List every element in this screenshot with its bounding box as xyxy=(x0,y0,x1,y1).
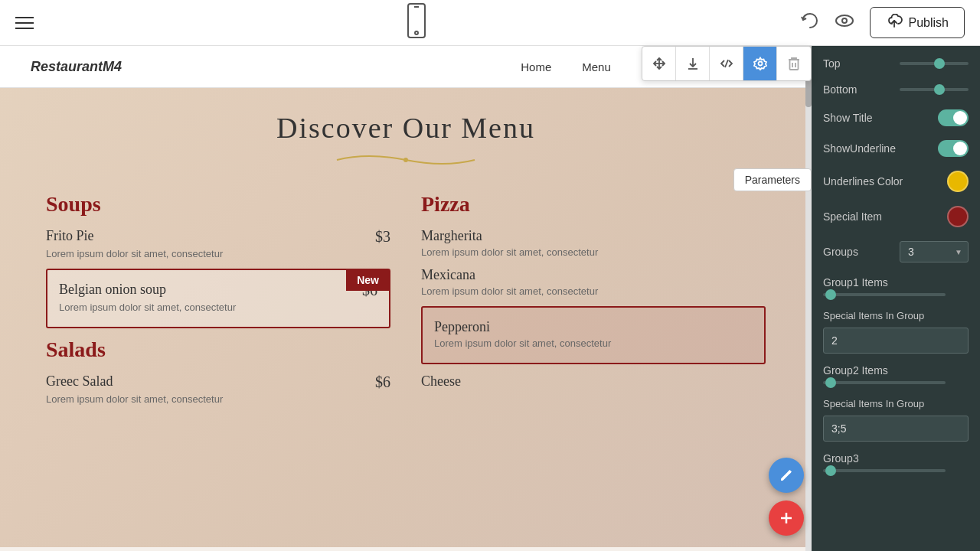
settings-section: Top Bottom Show Title S xyxy=(812,46,980,497)
svg-line-11 xyxy=(725,60,728,67)
settings-label-group2: Group2 Items xyxy=(823,364,888,377)
menu-item-row: Greec Salad $6 xyxy=(46,373,390,391)
publish-label: Publish xyxy=(909,16,949,30)
parameters-label: Parameters xyxy=(745,174,800,186)
toolbar-code[interactable] xyxy=(710,47,743,80)
scrollbar-track[interactable] xyxy=(805,46,812,551)
group2-special-input[interactable] xyxy=(823,416,969,442)
settings-row-top: Top xyxy=(823,57,969,70)
svg-rect-13 xyxy=(790,60,799,70)
group1-special-input[interactable] xyxy=(823,328,969,354)
slider-group2[interactable] xyxy=(823,381,946,384)
toolbar-delete[interactable] xyxy=(777,47,811,80)
item-name: Margherita xyxy=(421,228,766,244)
menu-col-right: Pizza Margherita Lorem ipsum dolor sit a… xyxy=(421,192,766,414)
svg-point-4 xyxy=(842,18,847,23)
item-desc: Lorem ipsum dolor sit amet, consectetur xyxy=(46,248,390,259)
toggle-show-title[interactable] xyxy=(938,109,969,126)
menu-columns: Soups Frito Pie $3 Lorem ipsum dolor sit… xyxy=(46,192,766,414)
menu-item-row: Belgian onion soup $6 xyxy=(59,282,377,299)
slider-top[interactable] xyxy=(900,62,969,65)
group1-special-label: Special Items In Group xyxy=(823,310,969,321)
toggle-knob-show-title xyxy=(953,111,967,125)
nav-home[interactable]: Home xyxy=(521,60,551,73)
slider-bottom[interactable] xyxy=(900,88,969,91)
slider-group3[interactable] xyxy=(823,469,946,472)
special-item-box: Pepperoni Lorem ipsum dolor sit amet, co… xyxy=(421,306,766,364)
nav-menu[interactable]: Menu xyxy=(582,60,611,73)
settings-label-groups: Groups xyxy=(823,246,858,258)
menu-item-row: Frito Pie $3 xyxy=(46,228,390,246)
parameters-button[interactable]: Parameters xyxy=(733,168,812,191)
settings-label-group3: Group3 xyxy=(823,452,859,465)
menu-item: Margherita Lorem ipsum dolor sit amet, c… xyxy=(421,228,766,258)
element-toolbar xyxy=(642,46,812,81)
color-swatch-underlines[interactable] xyxy=(947,171,969,192)
settings-label-group1: Group1 Items xyxy=(823,276,888,289)
settings-row-group3: Group3 xyxy=(823,452,969,472)
item-name: Cheese xyxy=(421,373,766,390)
top-bar-center xyxy=(406,2,427,44)
publish-button[interactable]: Publish xyxy=(870,7,965,38)
hamburger-icon[interactable] xyxy=(15,17,34,29)
slider-group1[interactable] xyxy=(823,293,946,296)
top-bar-right: Publish xyxy=(799,7,965,38)
dropdown-wrapper-groups: 3 1 2 4 5 ▼ xyxy=(900,241,969,262)
fab-area xyxy=(769,458,804,536)
special-item-box: New Belgian onion soup $6 Lorem ipsum do… xyxy=(46,269,390,328)
item-desc: Lorem ipsum dolor sit amet, consectetur xyxy=(434,337,753,349)
preview-icon[interactable] xyxy=(835,11,854,35)
phone-icon xyxy=(406,2,427,44)
dropdown-groups[interactable]: 3 1 2 4 5 xyxy=(900,241,969,262)
settings-row-groups: Groups 3 1 2 4 5 ▼ xyxy=(823,241,969,262)
item-desc: Lorem ipsum dolor sit amet, consectetur xyxy=(421,285,766,297)
svg-point-6 xyxy=(403,158,408,162)
toggle-knob-show-underline xyxy=(953,142,967,155)
site-logo: RestaurantM4 xyxy=(31,59,122,75)
item-name: Mexicana xyxy=(421,267,766,283)
svg-point-12 xyxy=(758,62,762,66)
svg-point-2 xyxy=(415,31,418,34)
menu-col-left: Soups Frito Pie $3 Lorem ipsum dolor sit… xyxy=(46,192,390,414)
settings-section-group2-special: Special Items In Group xyxy=(823,398,969,442)
fab-add-button[interactable] xyxy=(769,500,804,536)
toolbar-settings[interactable] xyxy=(743,47,777,80)
undo-icon[interactable] xyxy=(799,11,819,35)
svg-rect-0 xyxy=(408,4,425,37)
category-pizza: Pizza xyxy=(421,192,766,217)
menu-item: Mexicana Lorem ipsum dolor sit amet, con… xyxy=(421,267,766,297)
item-name: Greec Salad xyxy=(46,373,113,390)
item-desc: Lorem ipsum dolor sit amet, consectetur xyxy=(59,302,377,313)
settings-label-special-item: Special Item xyxy=(823,210,882,223)
settings-row-show-underline: ShowUnderline xyxy=(823,140,969,157)
menu-divider xyxy=(46,148,766,177)
group2-special-label: Special Items In Group xyxy=(823,398,969,409)
settings-label-bottom: Bottom xyxy=(823,83,857,96)
toolbar-download[interactable] xyxy=(676,47,710,80)
color-swatch-special[interactable] xyxy=(947,206,969,227)
fab-edit-button[interactable] xyxy=(769,458,804,493)
item-price: $3 xyxy=(375,228,390,246)
toolbar-move[interactable] xyxy=(642,47,676,80)
site-area: RestaurantM4 Home Menu Blog Contact Us D… xyxy=(0,46,980,551)
item-desc: Lorem ipsum dolor sit amet, consectetur xyxy=(46,393,390,405)
cloud-upload-icon xyxy=(886,14,903,31)
settings-panel: Top Bottom Show Title S xyxy=(812,46,980,551)
settings-row-bottom: Bottom xyxy=(823,83,969,96)
top-bar-left xyxy=(15,17,34,29)
category-salads: Salads xyxy=(46,337,390,362)
item-desc: Lorem ipsum dolor sit amet, consectetur xyxy=(421,246,766,258)
category-soups: Soups xyxy=(46,192,390,217)
top-bar: Publish xyxy=(0,0,980,46)
settings-row-show-title: Show Title xyxy=(823,109,969,126)
menu-item: Frito Pie $3 Lorem ipsum dolor sit amet,… xyxy=(46,228,390,259)
item-name: Pepperoni xyxy=(434,319,753,335)
settings-row-special-item: Special Item xyxy=(823,206,969,227)
menu-item: Greec Salad $6 Lorem ipsum dolor sit ame… xyxy=(46,373,390,405)
settings-label-show-underline: ShowUnderline xyxy=(823,142,896,155)
toggle-show-underline[interactable] xyxy=(938,140,969,157)
menu-item: Cheese xyxy=(421,373,766,390)
menu-content: Discover Our Menu Soups Frito Pi xyxy=(46,111,766,414)
settings-label-underlines-color: Underlines Color xyxy=(823,175,903,187)
settings-row-group1-items: Group1 Items xyxy=(823,276,969,296)
